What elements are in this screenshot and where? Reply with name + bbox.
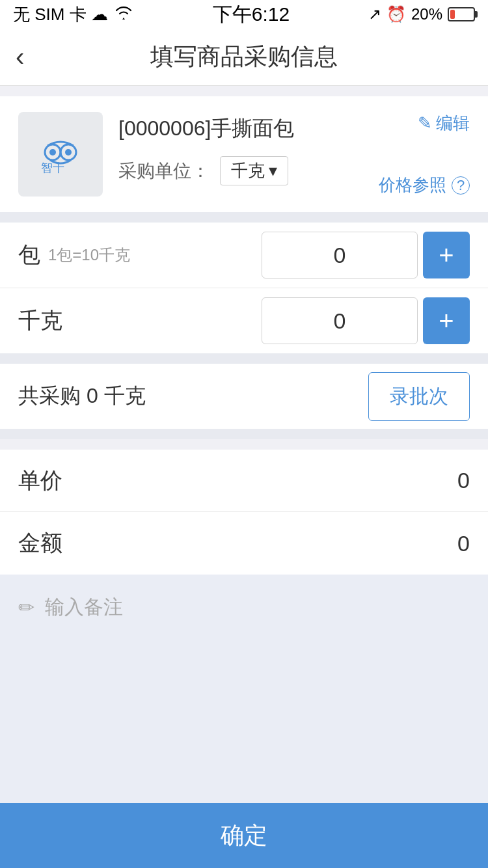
page-title: 填写商品采购信息 xyxy=(150,41,338,73)
kg-label-text: 千克 xyxy=(18,306,62,336)
amount-label: 金额 xyxy=(18,528,457,558)
kg-input-section: 千克 0 + xyxy=(0,288,488,353)
summary-divider-top xyxy=(0,353,488,364)
price-ref-icon: ? xyxy=(452,176,470,195)
unit-dropdown-icon: ▾ xyxy=(269,161,277,181)
notes-section[interactable]: ✏ 输入备注 xyxy=(0,575,488,640)
battery-percent: 20% xyxy=(411,5,442,23)
kg-field-wrapper: 0 + xyxy=(262,297,470,344)
svg-point-3 xyxy=(65,149,72,156)
status-left: 无 SIM 卡 ☁ xyxy=(13,3,134,26)
section-divider-1 xyxy=(0,212,488,223)
battery-icon xyxy=(448,7,475,21)
product-image: 智十 xyxy=(18,112,103,197)
product-name: [0000006]手撕面包 xyxy=(118,115,470,143)
amount-row: 金额 0 xyxy=(0,512,488,575)
bag-field-wrapper: 0 + xyxy=(262,232,470,278)
summary-row: 共采购 0 千克 录批次 xyxy=(0,364,488,429)
price-ref-label: 价格参照 xyxy=(379,174,446,197)
status-bar: 无 SIM 卡 ☁ 下午6:12 ↗ ⏰ 20% xyxy=(0,0,488,29)
location-icon: ↗ xyxy=(368,5,381,23)
unit-value: 千克 xyxy=(231,159,265,182)
amount-value: 0 xyxy=(457,531,470,556)
unit-price-row: 单价 0 xyxy=(0,450,488,512)
notes-placeholder: 输入备注 xyxy=(45,594,123,621)
record-batch-button[interactable]: 录批次 xyxy=(368,372,470,421)
svg-point-2 xyxy=(49,149,56,156)
no-sim-text: 无 SIM 卡 ☁ xyxy=(13,3,108,26)
unit-label-text: 采购单位： xyxy=(118,159,210,183)
bag-input-section: 包 1包=10千克 0 + xyxy=(0,223,488,288)
bag-sub-label: 1包=10千克 xyxy=(48,245,130,265)
kg-input-row: 千克 0 + xyxy=(0,288,488,353)
product-card: 智十 [0000006]手撕面包 采购单位： 千克 ▾ ✎ 编辑 价格参照 ? xyxy=(0,96,488,212)
svg-text:智十: 智十 xyxy=(41,161,64,174)
status-time: 下午6:12 xyxy=(213,1,290,28)
nav-bar: ‹ 填写商品采购信息 xyxy=(0,29,488,86)
summary-text: 共采购 0 千克 xyxy=(18,382,368,411)
wifi-icon xyxy=(113,5,134,25)
kg-label: 千克 xyxy=(18,306,262,336)
confirm-label: 确定 xyxy=(221,820,267,852)
kg-plus-button[interactable]: + xyxy=(423,297,470,344)
bag-input-row: 包 1包=10千克 0 + xyxy=(0,223,488,288)
price-ref-button[interactable]: 价格参照 ? xyxy=(379,174,470,197)
unit-select[interactable]: 千克 ▾ xyxy=(220,156,288,185)
alarm-icon: ⏰ xyxy=(386,5,406,23)
back-button[interactable]: ‹ xyxy=(16,42,24,72)
status-right: ↗ ⏰ 20% xyxy=(368,5,475,23)
confirm-button[interactable]: 确定 xyxy=(0,803,488,868)
bag-label-text: 包 xyxy=(18,240,40,270)
kg-input[interactable]: 0 xyxy=(262,297,418,344)
edit-label: 编辑 xyxy=(436,112,470,135)
bag-input[interactable]: 0 xyxy=(262,232,418,278)
edit-button[interactable]: ✎ 编辑 xyxy=(418,112,470,135)
bag-plus-button[interactable]: + xyxy=(423,232,470,278)
edit-icon: ✎ xyxy=(418,113,432,133)
unit-price-value: 0 xyxy=(457,468,470,493)
pencil-icon: ✏ xyxy=(18,596,34,619)
summary-divider-bottom xyxy=(0,429,488,439)
bag-label: 包 1包=10千克 xyxy=(18,240,262,270)
price-info-section: 单价 0 金额 0 xyxy=(0,450,488,575)
unit-price-label: 单价 xyxy=(18,466,457,496)
product-image-placeholder: 智十 xyxy=(34,131,87,177)
